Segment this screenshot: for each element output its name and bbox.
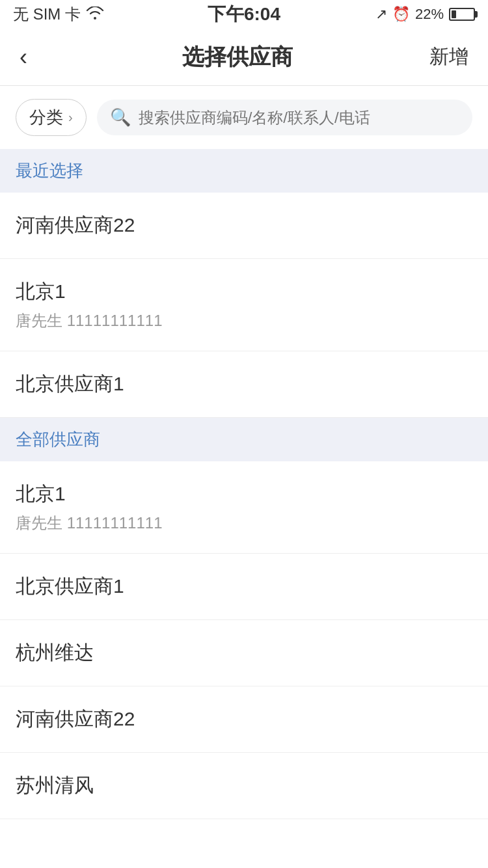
list-item[interactable]: 北京1唐先生 11111111111 bbox=[0, 259, 488, 351]
list-item[interactable]: 北京供应商1 bbox=[0, 554, 488, 620]
search-area: 分类 › 🔍 bbox=[0, 86, 488, 149]
status-left: 无 SIM 卡 bbox=[13, 4, 104, 25]
search-input[interactable] bbox=[139, 109, 459, 127]
item-name: 北京供应商1 bbox=[16, 573, 472, 600]
battery-icon bbox=[449, 8, 475, 21]
status-right: ↗ ⏰ 22% bbox=[375, 6, 475, 23]
alarm-icon: ⏰ bbox=[392, 6, 410, 23]
all-list: 北京1唐先生 11111111111北京供应商1杭州维达河南供应商22苏州清风 bbox=[0, 461, 488, 819]
nav-bar: ‹ 选择供应商 新增 bbox=[0, 29, 488, 86]
list-item[interactable]: 河南供应商22 bbox=[0, 193, 488, 259]
location-icon: ↗ bbox=[375, 6, 387, 23]
add-button[interactable]: 新增 bbox=[416, 44, 468, 70]
search-input-wrapper[interactable]: 🔍 bbox=[97, 100, 472, 135]
item-name: 北京1 bbox=[16, 481, 472, 508]
search-icon: 🔍 bbox=[110, 107, 131, 128]
back-button[interactable]: ‹ bbox=[20, 44, 59, 71]
category-label: 分类 bbox=[29, 106, 63, 129]
category-filter-button[interactable]: 分类 › bbox=[16, 99, 87, 136]
item-sub: 唐先生 11111111111 bbox=[16, 310, 472, 331]
status-time: 下午6:04 bbox=[208, 2, 280, 27]
status-bar: 无 SIM 卡 下午6:04 ↗ ⏰ 22% bbox=[0, 0, 488, 29]
item-name: 苏州清风 bbox=[16, 772, 472, 799]
list-item[interactable]: 河南供应商22 bbox=[0, 686, 488, 753]
recent-section-header: 最近选择 bbox=[0, 149, 488, 193]
item-name: 河南供应商22 bbox=[16, 706, 472, 733]
item-sub: 唐先生 11111111111 bbox=[16, 513, 472, 534]
list-item[interactable]: 杭州维达 bbox=[0, 620, 488, 686]
all-section-header: 全部供应商 bbox=[0, 418, 488, 461]
page-title: 选择供应商 bbox=[59, 42, 416, 72]
item-name: 北京1 bbox=[16, 278, 472, 305]
list-item[interactable]: 北京1唐先生 11111111111 bbox=[0, 461, 488, 554]
list-item[interactable]: 北京供应商1 bbox=[0, 351, 488, 418]
list-item[interactable]: 苏州清风 bbox=[0, 753, 488, 819]
item-name: 杭州维达 bbox=[16, 640, 472, 666]
item-name: 河南供应商22 bbox=[16, 212, 472, 239]
battery-percent: 22% bbox=[415, 6, 444, 23]
wifi-icon bbox=[86, 5, 104, 23]
chevron-right-icon: › bbox=[68, 110, 73, 125]
no-sim-label: 无 SIM 卡 bbox=[13, 4, 81, 25]
recent-list: 河南供应商22北京1唐先生 11111111111北京供应商1 bbox=[0, 193, 488, 418]
item-name: 北京供应商1 bbox=[16, 371, 472, 398]
